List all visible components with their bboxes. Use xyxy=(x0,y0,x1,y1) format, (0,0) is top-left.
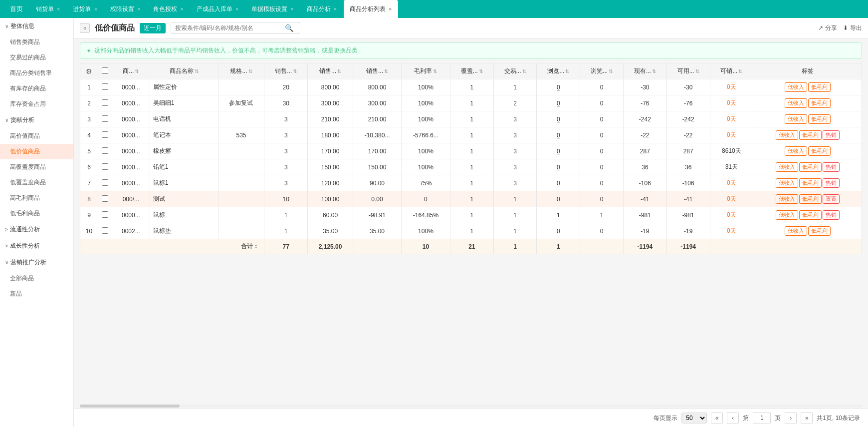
sidebar-section-contribution[interactable]: ∨ 贡献分析 xyxy=(0,112,73,128)
row-trade-link[interactable]: 1 xyxy=(537,207,580,223)
col-settings[interactable]: ⚙ xyxy=(80,63,98,79)
nav-item-template[interactable]: 单据模板设置 × xyxy=(245,0,299,18)
nav-item-role[interactable]: 角色授权 × xyxy=(147,0,189,18)
gear-icon[interactable]: ⚙ xyxy=(86,67,92,75)
close-icon[interactable]: × xyxy=(137,6,140,12)
sidebar-item-high-coverage[interactable]: 高覆盖度商品 xyxy=(0,159,73,175)
nav-item-permission[interactable]: 权限设置 × xyxy=(104,0,146,18)
trade-link[interactable]: 0 xyxy=(557,132,560,139)
row-trade-link[interactable]: 0 xyxy=(537,175,580,191)
col-sellable[interactable]: 可销...⇅ xyxy=(710,63,753,79)
row-checkbox[interactable] xyxy=(98,191,112,207)
sidebar-item-stock-capital[interactable]: 库存资金占用 xyxy=(0,96,73,112)
row-checkbox[interactable] xyxy=(98,127,112,143)
row-select-checkbox[interactable] xyxy=(102,99,108,106)
close-icon[interactable]: × xyxy=(334,6,337,12)
col-gross[interactable]: 毛利率⇅ xyxy=(401,63,450,79)
row-checkbox[interactable] xyxy=(98,207,112,223)
row-trade-link[interactable]: 0 xyxy=(537,143,580,159)
nav-item-purchase[interactable]: 进货单 × xyxy=(67,0,103,18)
trade-link[interactable]: 0 xyxy=(557,196,560,203)
row-checkbox[interactable] xyxy=(98,175,112,191)
col-sale2[interactable]: 销售...⇅ xyxy=(308,63,353,79)
nav-item-home[interactable]: 首页 xyxy=(4,0,29,18)
sidebar-item-new-goods[interactable]: 新品 xyxy=(0,286,73,302)
trade-link[interactable]: 0 xyxy=(557,164,560,171)
close-icon[interactable]: × xyxy=(57,6,60,12)
trade-link[interactable]: 0 xyxy=(557,228,560,235)
row-select-checkbox[interactable] xyxy=(102,83,108,90)
sidebar-section-growth[interactable]: > 成长性分析 xyxy=(0,238,73,254)
row-trade-link[interactable]: 0 xyxy=(537,111,580,127)
sidebar-section-flow[interactable]: > 流通性分析 xyxy=(0,221,73,238)
row-checkbox[interactable] xyxy=(98,111,112,127)
row-checkbox[interactable] xyxy=(98,223,112,239)
sidebar-section-marketing[interactable]: ∨ 营销推广分析 xyxy=(0,254,73,271)
sidebar-item-all-goods[interactable]: 全部商品 xyxy=(0,271,73,286)
sidebar-item-low-value[interactable]: 低价值商品 xyxy=(0,144,73,159)
row-trade-link[interactable]: 0 xyxy=(537,127,580,143)
col-cover[interactable]: 覆盖...⇅ xyxy=(450,63,493,79)
close-icon[interactable]: × xyxy=(94,6,97,12)
row-trade-link[interactable]: 0 xyxy=(537,95,580,111)
per-page-select[interactable]: 50 100 200 xyxy=(681,413,707,424)
row-trade-link[interactable]: 0 xyxy=(537,79,580,95)
sidebar-item-sales-goods[interactable]: 销售类商品 xyxy=(0,34,73,50)
row-checkbox[interactable] xyxy=(98,159,112,175)
sidebar-item-stock-goods[interactable]: 有库存的商品 xyxy=(0,81,73,96)
nav-item-analysis[interactable]: 商品分析 × xyxy=(301,0,343,18)
search-icon[interactable]: 🔍 xyxy=(285,24,293,32)
row-select-checkbox[interactable] xyxy=(102,211,108,218)
row-select-checkbox[interactable] xyxy=(102,147,108,154)
trade-link[interactable]: 0 xyxy=(557,84,560,91)
row-checkbox[interactable] xyxy=(98,79,112,95)
horizontal-scrollbar[interactable] xyxy=(80,405,862,408)
next-page-button[interactable]: › xyxy=(785,412,797,424)
row-checkbox[interactable] xyxy=(98,143,112,159)
col-code[interactable]: 商...⇅ xyxy=(112,63,150,79)
row-checkbox[interactable] xyxy=(98,95,112,111)
col-current[interactable]: 现有...⇅ xyxy=(624,63,667,79)
col-name[interactable]: 商品名称⇅ xyxy=(150,63,218,79)
nav-item-analysis-list[interactable]: 商品分析列表 × xyxy=(344,0,398,18)
trade-link[interactable]: 0 xyxy=(557,100,560,107)
close-icon[interactable]: × xyxy=(290,6,293,12)
trade-link[interactable]: 0 xyxy=(557,180,560,187)
trade-link[interactable]: 0 xyxy=(557,116,560,123)
row-trade-link[interactable]: 0 xyxy=(537,223,580,239)
row-trade-link[interactable]: 0 xyxy=(537,159,580,175)
row-select-checkbox[interactable] xyxy=(102,163,108,170)
row-trade-link[interactable]: 0 xyxy=(537,191,580,207)
trade-link[interactable]: 0 xyxy=(557,148,560,155)
last-page-button[interactable]: » xyxy=(801,412,813,424)
row-select-checkbox[interactable] xyxy=(102,115,108,122)
table-container[interactable]: ⚙ 商...⇅ 商品名称⇅ 规格...⇅ 销售...⇅ 销售...⇅ 销售...… xyxy=(74,63,868,404)
col-browse1[interactable]: 浏览...⇅ xyxy=(537,63,580,79)
row-select-checkbox[interactable] xyxy=(102,195,108,202)
row-select-checkbox[interactable] xyxy=(102,179,108,186)
search-input[interactable] xyxy=(175,24,285,31)
close-icon[interactable]: × xyxy=(235,6,238,12)
collapse-button[interactable]: « xyxy=(80,23,90,33)
col-sale1[interactable]: 销售...⇅ xyxy=(264,63,308,79)
row-select-checkbox[interactable] xyxy=(102,131,108,138)
col-browse2[interactable]: 浏览...⇅ xyxy=(580,63,624,79)
close-icon[interactable]: × xyxy=(180,6,183,12)
select-all-checkbox[interactable] xyxy=(102,67,108,74)
close-icon[interactable]: × xyxy=(389,6,392,12)
export-button[interactable]: ⬇ 导出 xyxy=(843,24,862,32)
nav-item-sales[interactable]: 销货单 × xyxy=(30,0,66,18)
col-sale3[interactable]: 销售...⇅ xyxy=(353,63,402,79)
scrollbar-thumb[interactable] xyxy=(80,405,180,408)
sidebar-item-category-rate[interactable]: 商品分类销售率 xyxy=(0,65,73,81)
sidebar-item-traded-goods[interactable]: 交易过的商品 xyxy=(0,50,73,65)
share-button[interactable]: ↗ 分享 xyxy=(818,24,837,32)
date-badge[interactable]: 近一月 xyxy=(140,23,166,33)
page-number-input[interactable] xyxy=(753,412,771,424)
sidebar-item-low-coverage[interactable]: 低覆盖度商品 xyxy=(0,175,73,190)
col-available[interactable]: 可用...⇅ xyxy=(666,63,710,79)
col-spec[interactable]: 规格...⇅ xyxy=(218,63,264,79)
row-select-checkbox[interactable] xyxy=(102,227,108,234)
trade-link[interactable]: 1 xyxy=(557,212,560,219)
sidebar-section-overall[interactable]: ∨ 整体信息 xyxy=(0,18,73,34)
